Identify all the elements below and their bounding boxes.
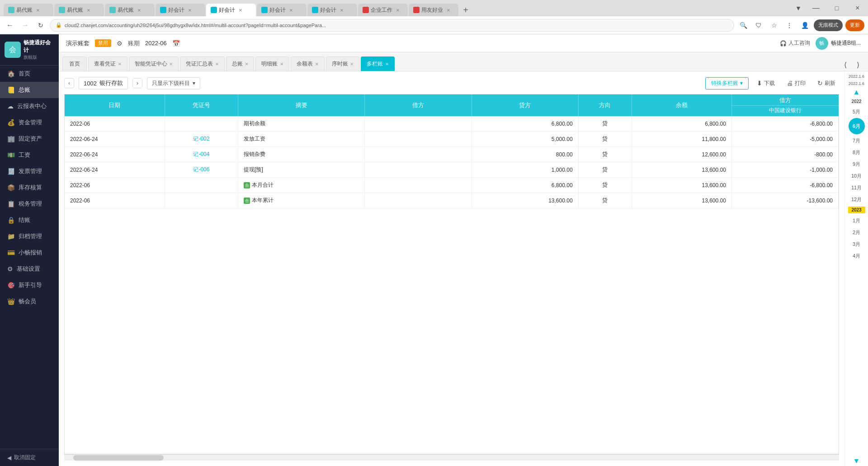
- tab-2[interactable]: 易代账 ×: [54, 4, 104, 16]
- page-tab-multi[interactable]: 多栏账 ×: [361, 56, 395, 71]
- search-icon[interactable]: 🔍: [737, 19, 750, 32]
- ledger-next-button[interactable]: ›: [132, 78, 142, 88]
- star-icon[interactable]: ☆: [768, 19, 780, 32]
- cal-month-aug[interactable]: 8月: [848, 147, 866, 158]
- refresh-ledger-button[interactable]: ↻ 刷新: [814, 78, 839, 89]
- tab-9[interactable]: 用友好业 ×: [409, 4, 458, 16]
- cal-month-apr[interactable]: 4月: [848, 250, 866, 261]
- sidebar-nav-ledger[interactable]: 📒 总账: [0, 82, 59, 98]
- tab-1[interactable]: 易代账 ×: [4, 4, 53, 16]
- page-tab-vouchers[interactable]: 查看凭证 ×: [88, 56, 127, 71]
- url-bar[interactable]: 🔒 cloud2.chanjet.com/accounting/uh26t264…: [50, 19, 734, 32]
- bottom-scrollbar[interactable]: [64, 454, 839, 461]
- sidebar-nav-assets[interactable]: 🏢 固定资产: [0, 131, 59, 147]
- cal-month-feb[interactable]: 2月: [848, 227, 866, 238]
- sidebar-nav-member[interactable]: 👑 畅会员: [0, 293, 59, 310]
- close-tab-multi[interactable]: ×: [385, 61, 389, 67]
- ledger-prev-button[interactable]: ‹: [64, 78, 74, 88]
- collapse-tab-bar-button[interactable]: ⟨: [839, 58, 852, 71]
- cal-month-jun[interactable]: 6月: [849, 118, 865, 134]
- browser-menu-icon[interactable]: ⋮: [783, 19, 796, 32]
- sidebar-nav-salary[interactable]: 💵 工资: [0, 147, 59, 163]
- help-button[interactable]: 🎧 人工咨询: [780, 39, 810, 47]
- sidebar-nav-funds[interactable]: 💰 资金管理: [0, 114, 59, 131]
- update-button[interactable]: 更新: [845, 19, 864, 31]
- tab-close-9[interactable]: ×: [447, 7, 450, 14]
- account-selector[interactable]: 1002 银行存款: [79, 77, 128, 89]
- tab-4[interactable]: 好会计 ×: [156, 4, 205, 16]
- tab-3[interactable]: 易代账 ×: [105, 4, 155, 16]
- cal-date-1: 2022.1.6: [848, 73, 865, 80]
- sidebar-nav-close[interactable]: 🔒 结账: [0, 212, 59, 228]
- header-direction: 方向: [578, 94, 632, 116]
- maximize-button[interactable]: □: [826, 0, 847, 16]
- close-tab-detail[interactable]: ×: [280, 61, 283, 67]
- close-tab-vouchers[interactable]: ×: [118, 61, 122, 67]
- cal-month-jan[interactable]: 1月: [848, 215, 866, 226]
- avatar: 畅: [816, 37, 828, 50]
- page-tab-home[interactable]: 首页: [62, 56, 87, 71]
- close-tab-balance[interactable]: ×: [315, 61, 319, 67]
- tab-6[interactable]: 好会计 ×: [257, 4, 307, 16]
- settings-gear-icon[interactable]: ⚙: [117, 40, 123, 47]
- multi-col-button[interactable]: 特殊多栏账 ▾: [705, 77, 749, 89]
- back-button[interactable]: ←: [4, 19, 16, 32]
- calendar-icon[interactable]: 📅: [172, 40, 180, 47]
- page-tab-summary[interactable]: 凭证汇总表 ×: [180, 56, 225, 71]
- close-tab-general[interactable]: ×: [245, 61, 249, 67]
- shield-icon[interactable]: 🛡: [752, 19, 765, 32]
- tab-5-active[interactable]: 好会计 ×: [206, 4, 256, 16]
- tab-close-8[interactable]: ×: [396, 7, 400, 14]
- close-tab-smart[interactable]: ×: [170, 61, 173, 67]
- tab-7[interactable]: 好会计 ×: [307, 4, 357, 16]
- page-tab-balance[interactable]: 余额表 ×: [291, 56, 325, 71]
- cal-month-may[interactable]: 5月: [848, 106, 866, 117]
- sidebar-nav-archive[interactable]: 📁 归档管理: [0, 228, 59, 245]
- close-tab-summary[interactable]: ×: [215, 61, 219, 67]
- cal-month-jul[interactable]: 7月: [848, 135, 866, 146]
- print-button[interactable]: 🖨 打印: [783, 78, 809, 89]
- page-tab-general[interactable]: 总账 ×: [226, 56, 255, 71]
- user-profile-icon[interactable]: 👤: [798, 19, 811, 32]
- sidebar-nav-expense[interactable]: 💳 小畅报销: [0, 245, 59, 261]
- page-tab-journal[interactable]: 序时账 ×: [326, 56, 360, 71]
- sidebar-nav-home[interactable]: 🏠 首页: [0, 66, 59, 82]
- sidebar-nav-tax[interactable]: 📋 税务管理: [0, 196, 59, 212]
- page-tab-smart[interactable]: 智能凭证中心 ×: [129, 56, 179, 71]
- calendar-scroll-down[interactable]: ▼: [852, 456, 861, 466]
- tab-list-button[interactable]: ▼: [791, 0, 806, 16]
- tab-close-5[interactable]: ×: [239, 7, 242, 14]
- assets-icon: 🏢: [7, 135, 15, 142]
- sidebar-nav-inventory[interactable]: 📦 库存核算: [0, 179, 59, 196]
- cal-month-mar[interactable]: 3月: [848, 239, 866, 249]
- calendar-scroll-up[interactable]: ▲: [852, 87, 861, 97]
- pin-sidebar-button[interactable]: ◀ 取消固定: [0, 449, 59, 466]
- expand-tab-bar-button[interactable]: ⟩: [852, 58, 864, 71]
- filter-selector[interactable]: 只显示下级科目 ▾: [147, 77, 200, 89]
- forward-button[interactable]: →: [19, 19, 32, 32]
- user-info[interactable]: 畅 畅捷通B组...: [816, 37, 861, 50]
- tab-close-2[interactable]: ×: [87, 7, 90, 14]
- cal-month-oct[interactable]: 10月: [848, 170, 866, 181]
- page-tab-detail[interactable]: 明细账 ×: [255, 56, 289, 71]
- new-tab-button[interactable]: +: [459, 4, 472, 16]
- tab-close-1[interactable]: ×: [36, 7, 40, 14]
- tab-close-3[interactable]: ×: [137, 7, 141, 14]
- tab-close-4[interactable]: ×: [188, 7, 192, 14]
- close-window-button[interactable]: ×: [847, 0, 868, 16]
- cal-month-dec[interactable]: 12月: [848, 194, 866, 205]
- minimize-button[interactable]: —: [806, 0, 826, 16]
- tab-8[interactable]: 企业工作 ×: [358, 4, 408, 16]
- sidebar-nav-cloud[interactable]: ☁ 云报表中心: [0, 98, 59, 114]
- close-tab-journal[interactable]: ×: [350, 61, 354, 67]
- download-button[interactable]: ⬇ 下载: [753, 78, 778, 89]
- tab-close-6[interactable]: ×: [289, 7, 293, 14]
- sidebar-nav-guide[interactable]: 🎯 新手引导: [0, 277, 59, 293]
- stealth-mode-button[interactable]: 无痕模式: [814, 19, 843, 31]
- tab-close-7[interactable]: ×: [340, 7, 344, 14]
- sidebar-nav-invoice[interactable]: 🧾 发票管理: [0, 163, 59, 179]
- sidebar-nav-settings[interactable]: ⚙ 基础设置: [0, 261, 59, 277]
- cal-month-nov[interactable]: 11月: [848, 182, 866, 193]
- refresh-button[interactable]: ↻: [34, 19, 47, 32]
- cal-month-sep[interactable]: 9月: [848, 159, 866, 169]
